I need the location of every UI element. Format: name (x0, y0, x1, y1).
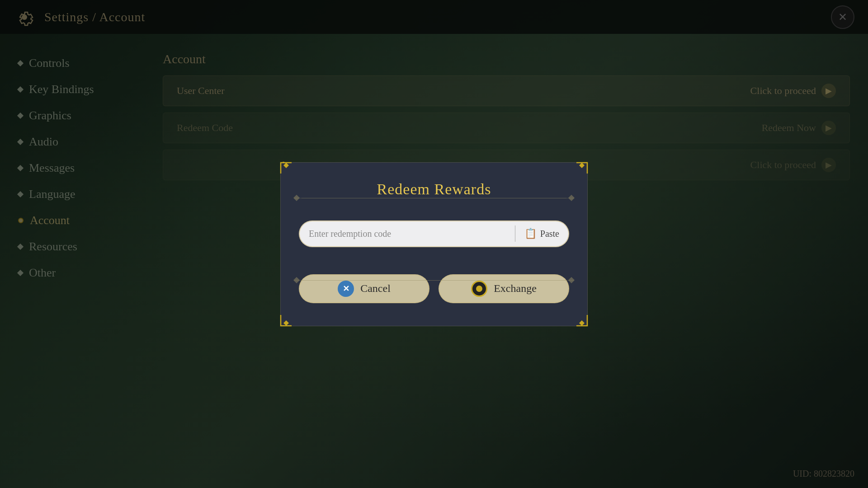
exchange-button[interactable]: Exchange (439, 274, 569, 303)
top-deco-line (294, 198, 574, 198)
exchange-icon-inner (476, 286, 482, 292)
right-diamond-2 (568, 277, 575, 283)
dialog-buttons: ✕ Cancel Exchange (299, 274, 569, 303)
svg-marker-2 (579, 163, 585, 168)
cancel-icon: ✕ (338, 281, 354, 297)
corner-tl-decoration (280, 162, 292, 174)
redeem-rewards-dialog: Redeem Rewards 📋 Paste ✕ Cancel Exchange (280, 162, 588, 326)
right-diamond (568, 195, 575, 201)
dialog-title: Redeem Rewards (299, 181, 569, 198)
redemption-code-field[interactable]: 📋 Paste (299, 221, 569, 247)
cancel-button[interactable]: ✕ Cancel (299, 274, 429, 303)
paste-icon: 📋 (524, 228, 537, 239)
exchange-icon (471, 281, 487, 297)
svg-marker-1 (283, 163, 289, 168)
corner-bl-decoration (280, 314, 292, 327)
line-inner-bottom (302, 280, 566, 281)
paste-label: Paste (540, 229, 559, 239)
bottom-deco-line (294, 280, 574, 281)
svg-marker-3 (283, 320, 289, 326)
corner-br-decoration (576, 314, 588, 327)
exchange-label: Exchange (494, 282, 537, 295)
corner-tr-decoration (576, 162, 588, 174)
cancel-label: Cancel (360, 282, 391, 295)
line-inner-top (302, 198, 566, 198)
svg-marker-4 (579, 320, 585, 326)
modal-overlay: Redeem Rewards 📋 Paste ✕ Cancel Exchange (0, 0, 868, 488)
redemption-code-input[interactable] (300, 221, 515, 246)
paste-button[interactable]: 📋 Paste (515, 228, 568, 239)
